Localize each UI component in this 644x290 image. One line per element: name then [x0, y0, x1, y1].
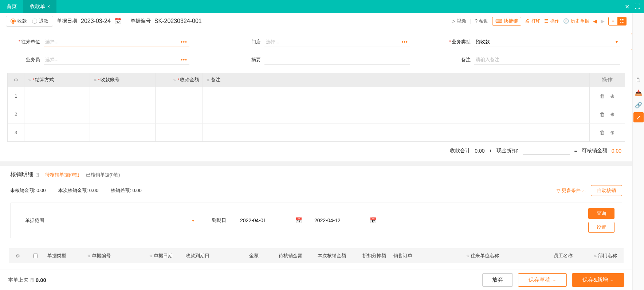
video-link[interactable]: ▷视频 [452, 18, 466, 24]
cell-account[interactable] [90, 124, 156, 141]
view-detail-icon[interactable]: ☷ [617, 17, 626, 25]
cell-account[interactable] [90, 87, 156, 105]
sort-icon[interactable]: ⇅ [28, 78, 31, 82]
chevron-down-icon[interactable]: ▾ [616, 39, 618, 44]
sort-icon[interactable]: ⇅ [87, 254, 90, 258]
grid-row[interactable]: 3 🗑⊕ [8, 123, 625, 141]
delete-row-icon[interactable]: 🗑 [600, 111, 605, 117]
sort-icon[interactable]: ⇅ [207, 78, 209, 82]
sort-icon[interactable]: ⇅ [149, 254, 152, 258]
help-icon[interactable]: ⍰ [34, 172, 39, 177]
sub-toolbar: 收款 退款 单据日期 2023-03-24 📅 单据编号 SK-20230324… [0, 13, 632, 29]
tab-done[interactable]: 已核销单据(0笔) [86, 172, 120, 178]
col-this: 本次核销金额 [318, 252, 346, 259]
help-icon[interactable]: ⍰ [29, 277, 34, 283]
tab-receipt[interactable]: 收款单 × [23, 0, 56, 13]
sort-icon[interactable]: ⇅ [594, 254, 597, 258]
cell-amount[interactable] [156, 105, 203, 123]
cell-remark[interactable] [203, 87, 590, 105]
remark-input[interactable] [474, 55, 620, 65]
range-input[interactable] [58, 216, 196, 225]
delete-row-icon[interactable]: 🗑 [600, 129, 605, 136]
cell-amount[interactable] [156, 87, 203, 105]
discount-input[interactable] [523, 147, 570, 155]
dock-inbox-icon[interactable]: 📥 [633, 87, 644, 98]
writeoff-section: 核销明细 ⍰ 待核销单据(0笔) 已核销单据(0笔) 未核销金额: 0.00 本… [0, 166, 632, 243]
lookup-icon[interactable]: ••• [401, 39, 408, 45]
store-input[interactable] [264, 37, 410, 47]
cell-amount[interactable] [156, 124, 203, 141]
dock-note-icon[interactable]: 🗒 [633, 75, 644, 85]
grid-gear-icon[interactable]: ⚙ [8, 73, 24, 87]
history-link[interactable]: 🕘历史单据 [563, 18, 589, 24]
add-row-icon[interactable]: ⊕ [610, 129, 615, 136]
grid2-gear-icon[interactable]: ⚙ [9, 249, 27, 263]
add-row-icon[interactable]: ⊕ [610, 111, 615, 118]
more-conditions[interactable]: ▽更多条件 ︿ [557, 187, 586, 194]
filter-settings-button[interactable]: 设置 [588, 222, 614, 233]
biztype-input[interactable] [474, 37, 620, 47]
sort-icon[interactable]: ⇅ [173, 78, 176, 82]
delete-row-icon[interactable]: 🗑 [600, 93, 605, 99]
operate-link[interactable]: ☰操作 [544, 18, 559, 24]
sort-icon[interactable]: ⇅ [466, 254, 469, 258]
col-ops: 操作 [590, 73, 625, 87]
calendar-icon[interactable]: 📅 [114, 17, 122, 24]
diff-label: 核销差额: [111, 188, 131, 193]
tab-close-icon[interactable]: × [47, 4, 50, 9]
filter-box: 单据范围 ▾ 到期日 📅 — 📅 查询 设置 [10, 203, 622, 238]
biztype-label: 业务类型 [452, 39, 471, 44]
grid-row[interactable]: 1 🗑⊕ [8, 87, 625, 105]
partner-input[interactable] [44, 37, 189, 47]
payment-grid: ⚙ ⇅*结算方式 ⇅*收款账号 ⇅*收款金额 ⇅备注 操作 1 🗑⊕ 2 🗑⊕ … [7, 73, 625, 142]
calendar-icon[interactable]: 📅 [295, 217, 302, 224]
summary-input[interactable] [264, 55, 410, 65]
calendar-icon[interactable]: 📅 [370, 217, 377, 224]
dock-expand-icon[interactable]: ⤢ [633, 112, 644, 122]
auto-writeoff-button[interactable]: 自动核销 [591, 185, 622, 196]
writeoff-label: 可核销金额 [582, 148, 607, 154]
add-row-icon[interactable]: ⊕ [610, 93, 615, 99]
save-new-button[interactable]: 保存&新增︿ [572, 273, 624, 287]
select-all-checkbox[interactable] [33, 254, 38, 258]
date-to-input[interactable] [314, 216, 373, 225]
query-button[interactable]: 查询 [588, 208, 614, 219]
dock-link-icon[interactable]: 🔗 [633, 100, 644, 110]
chevron-up-icon: ︿ [553, 278, 556, 283]
date-value[interactable]: 2023-03-24 [81, 18, 111, 24]
cell-remark[interactable] [203, 124, 590, 141]
chevron-up-icon: ︿ [610, 278, 614, 283]
window-close-icon[interactable]: ✕ [625, 3, 629, 10]
radio-receive[interactable]: 收款 [11, 18, 27, 24]
chevron-down-icon[interactable]: ▾ [192, 218, 194, 223]
date-from-input[interactable] [240, 216, 298, 225]
lookup-icon[interactable]: ••• [181, 57, 187, 63]
cell-account[interactable] [90, 105, 156, 123]
tab-pending[interactable]: 待核销单据(0笔) [45, 172, 79, 178]
view-list-icon[interactable]: ≡ [609, 17, 617, 25]
col-discount: 折扣分摊额 [362, 252, 386, 259]
unreconciled-value: 0.00 [36, 188, 46, 193]
help-link[interactable]: ?帮助 [475, 18, 488, 24]
shortcut-button[interactable]: ⌨快捷键 [492, 17, 521, 26]
print-link[interactable]: 🖨打印 [525, 18, 541, 24]
sort-icon[interactable]: ⇅ [94, 78, 97, 82]
window-expand-icon[interactable]: ⛶ [635, 3, 640, 10]
cell-remark[interactable] [203, 105, 590, 123]
radio-dot-icon [11, 19, 16, 24]
grid-row[interactable]: 2 🗑⊕ [8, 105, 625, 123]
next-arrow-icon[interactable]: ▶ [601, 18, 605, 24]
discard-button[interactable]: 放弃 [482, 273, 513, 287]
sum-value: 0.00 [475, 148, 484, 154]
lookup-icon[interactable]: ••• [181, 39, 187, 45]
cell-method[interactable] [24, 87, 90, 105]
prev-arrow-icon[interactable]: ◀ [593, 18, 597, 24]
save-draft-button[interactable]: 保存草稿︿ [518, 273, 567, 287]
tab-home[interactable]: 首页 [0, 0, 23, 13]
col-due: 收款到期日 [186, 252, 209, 259]
salesman-input[interactable] [44, 55, 189, 65]
radio-refund[interactable]: 退款 [32, 18, 48, 24]
cell-method[interactable] [24, 105, 90, 123]
cell-method[interactable] [24, 124, 90, 141]
writeoff-title: 核销明细 ⍰ [10, 171, 39, 179]
